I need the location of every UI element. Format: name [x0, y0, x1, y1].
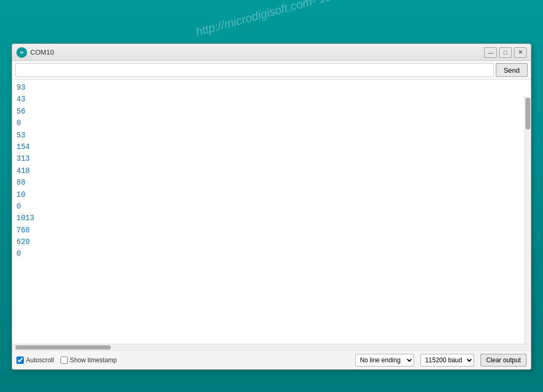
serial-line: 418 — [16, 165, 527, 177]
title-bar: ∞ COM10 — □ ✕ — [12, 44, 531, 61]
send-bar: Send — [12, 61, 531, 80]
autoscroll-text: Autoscroll — [26, 356, 54, 364]
serial-line: 0 — [16, 248, 527, 259]
serial-line: 10 — [16, 189, 527, 201]
timestamp-checkbox[interactable] — [60, 356, 68, 364]
timestamp-label[interactable]: Show timestamp — [60, 356, 117, 364]
timestamp-text: Show timestamp — [70, 356, 117, 364]
window-controls: — □ ✕ — [484, 47, 527, 58]
send-button[interactable]: Send — [496, 63, 528, 77]
serial-output: 9343560531543134188810010137686200 — [12, 80, 531, 344]
serial-line: 53 — [16, 129, 527, 141]
serial-line: 43 — [16, 93, 527, 105]
line-ending-dropdown[interactable]: No line endingNewlineCarriage returnBoth… — [355, 354, 414, 367]
serial-line: 0 — [16, 117, 527, 129]
serial-line: 768 — [16, 224, 527, 236]
autoscroll-label[interactable]: Autoscroll — [16, 356, 54, 364]
serial-line: 88 — [16, 177, 527, 188]
serial-line: 56 — [16, 106, 527, 117]
horizontal-scrollbar[interactable] — [12, 344, 531, 350]
send-input[interactable] — [15, 63, 494, 77]
maximize-button[interactable]: □ — [499, 47, 512, 58]
serial-line: 0 — [16, 201, 527, 212]
vertical-scrollbar[interactable] — [524, 97, 531, 344]
serial-line: 93 — [16, 82, 527, 93]
clear-output-button[interactable]: Clear output — [480, 354, 527, 367]
serial-monitor-window: ∞ COM10 — □ ✕ Send 934356053154313418881… — [12, 43, 531, 370]
autoscroll-checkbox[interactable] — [16, 356, 24, 364]
horizontal-scrollbar-thumb[interactable] — [15, 345, 111, 350]
minimize-button[interactable]: — — [484, 47, 497, 58]
serial-line: 313 — [16, 153, 527, 164]
close-button[interactable]: ✕ — [514, 47, 527, 58]
baud-rate-dropdown[interactable]: 300 baud1200 baud2400 baud4800 baud9600 … — [421, 354, 474, 367]
vertical-scrollbar-thumb[interactable] — [526, 98, 530, 129]
window-title: COM10 — [30, 48, 54, 56]
serial-line: 620 — [16, 236, 527, 248]
serial-line: 154 — [16, 141, 527, 153]
status-bar: Autoscroll Show timestamp No line ending… — [12, 350, 531, 369]
arduino-icon: ∞ — [16, 47, 27, 58]
title-bar-left: ∞ COM10 — [16, 47, 54, 58]
serial-line: 1013 — [16, 212, 527, 224]
